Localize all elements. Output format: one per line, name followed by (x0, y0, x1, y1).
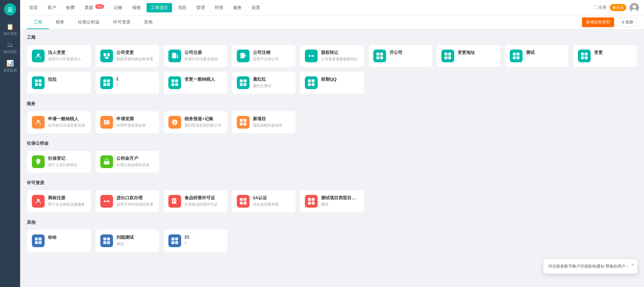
service-card-2-1[interactable]: 公积金开户 办理公积金相关业务 (95, 150, 160, 173)
svg-rect-62 (104, 161, 109, 164)
card-title-3-3: 3A认证 (253, 195, 291, 201)
tab-other[interactable]: 其他 (137, 16, 159, 29)
tab-license[interactable]: 许可资质 (106, 16, 137, 29)
svg-rect-58 (240, 119, 243, 122)
service-card-0-6[interactable]: 变更地址 (436, 45, 501, 67)
service-card-0-11[interactable]: 变更一般纳税人 (163, 71, 228, 94)
svg-rect-30 (581, 56, 584, 59)
card-desc-1-3: 报税加税控盘保管 (253, 123, 291, 128)
svg-rect-50 (308, 83, 311, 86)
svg-rect-9 (172, 53, 176, 59)
service-card-0-1[interactable]: 公司变更 股权变更外的业务变更 (95, 45, 160, 67)
card-icon-0-3 (237, 50, 250, 62)
nav-home[interactable]: 首页 (25, 3, 42, 12)
section-title-3: 许可资质 (27, 180, 637, 186)
nav-tax[interactable]: 报税 (128, 3, 145, 12)
svg-rect-49 (312, 79, 315, 82)
svg-rect-33 (39, 79, 42, 82)
card-icon-0-1 (100, 50, 113, 62)
card-desc-3-4: 测试 (321, 202, 359, 207)
svg-rect-82 (103, 237, 106, 240)
service-card-0-2[interactable]: 公司注册 申请公司注册全流程 (163, 45, 228, 67)
service-card-3-2[interactable]: 食品经营许可证 办理食品经营许可证 (163, 190, 228, 213)
svg-rect-23 (448, 56, 451, 59)
new-type-button[interactable]: 新增业务类型 (582, 17, 614, 27)
service-card-3-4[interactable]: 测试项目类型目定义 测试 (300, 190, 364, 213)
svg-rect-75 (312, 198, 315, 201)
sidebar-item-progress-monitor[interactable]: 📊 进度监测 (0, 57, 20, 75)
sidebar-item-project-type[interactable]: 🗂 项目类型 (0, 39, 20, 57)
service-card-0-12[interactable]: 葛红红 葛红红测试 (232, 71, 296, 94)
service-card-3-0[interactable]: 商标注册 用于企业商标注册服务 (27, 190, 91, 213)
card-desc-2-1: 办理公积金相关业务 (116, 162, 155, 167)
nav-bookkeeping[interactable]: 记账 (110, 3, 126, 12)
nav-fees[interactable]: 收费 (62, 3, 79, 12)
card-icon-3-1 (100, 195, 113, 208)
svg-rect-7 (107, 53, 109, 56)
card-info-1-2: 税务报道+记账 拿到营业执照的新公司 (184, 116, 223, 128)
service-card-0-8[interactable]: 变更 (573, 45, 637, 67)
svg-rect-34 (35, 83, 38, 86)
service-card-0-5[interactable]: 开公司 (368, 45, 433, 67)
card-info-0-5: 开公司 (389, 50, 428, 57)
card-info-0-12: 葛红红 葛红红测试 (253, 76, 291, 88)
card-icon-3-0 (32, 195, 45, 208)
nav-message[interactable]: 消息 (174, 3, 191, 12)
svg-rect-43 (175, 83, 178, 86)
nav-industry[interactable]: 工商项目 (147, 3, 172, 12)
user-avatar[interactable] (630, 3, 639, 12)
service-card-0-0[interactable]: 法人变更 适用于公司变更法人 (27, 45, 91, 67)
notification-close[interactable]: × (631, 262, 634, 267)
card-title-0-7: 测试 (526, 50, 564, 56)
tab-tax[interactable]: 税务 (49, 16, 71, 29)
service-card-4-2[interactable]: 21 1 (163, 229, 228, 252)
tab-industry[interactable]: 工商 (27, 16, 49, 29)
nav-bills[interactable]: 票据 new (80, 3, 108, 12)
service-card-3-1[interactable]: 进出口权办理 适用于对外贸易经营者 (95, 190, 160, 213)
nav-service[interactable]: 服务 (229, 3, 246, 12)
service-card-0-3[interactable]: 公司注销 适用于注销公司 (232, 45, 296, 67)
tab-social-fund[interactable]: 社保公积金 (71, 16, 106, 29)
svg-rect-8 (105, 57, 108, 59)
progress-monitor-icon: 📊 (6, 60, 14, 67)
svg-rect-44 (240, 79, 243, 82)
vip-button[interactable]: 畅会员 (610, 4, 626, 11)
nav-operation[interactable]: 经营 (211, 3, 227, 12)
card-title-1-1: 申请发票 (116, 116, 155, 122)
card-icon-0-12 (237, 76, 250, 89)
project-management-icon: 📋 (6, 23, 14, 30)
card-info-0-9: 拉拉 (48, 76, 86, 83)
fullscreen-btn[interactable]: ⛶ 全屏 (593, 5, 606, 10)
service-card-2-0[interactable]: 社保登记 进行人员社保登记 (27, 150, 91, 173)
service-card-1-2[interactable]: ¥ 税务报道+记账 拿到营业执照的新公司 (163, 111, 228, 134)
service-card-4-0[interactable]: 哈哈 (27, 229, 91, 252)
service-card-0-9[interactable]: 拉拉 (27, 71, 91, 94)
svg-rect-51 (312, 83, 315, 86)
service-card-0-4[interactable]: 股权转让 公司变更需要股权转让 (300, 45, 364, 67)
nav-settings[interactable]: 设置 (248, 3, 264, 12)
service-card-1-0[interactable]: 申请一般纳税人 当月或次月成变更完成 (27, 111, 91, 134)
service-card-3-3[interactable]: 3A认证 对企业信誉评级 (232, 190, 296, 213)
card-info-3-0: 商标注册 用于企业商标注册服务 (48, 195, 86, 207)
service-card-0-10[interactable]: 1 1 (95, 71, 160, 94)
service-card-1-3[interactable]: 新项目 报税加税控盘保管 (232, 111, 296, 134)
svg-rect-80 (35, 241, 38, 244)
svg-rect-17 (380, 53, 383, 56)
sidebar-item-project-management[interactable]: 📋 项目管理 (0, 20, 20, 39)
svg-rect-10 (177, 55, 178, 58)
card-title-4-2: 21 (184, 234, 223, 239)
svg-rect-73 (244, 202, 247, 205)
service-card-0-7[interactable]: 测试 (505, 45, 569, 67)
refresh-button[interactable]: ↺ 刷新 (618, 17, 637, 27)
service-card-4-1[interactable]: 刘聪测试 测试 (95, 229, 160, 252)
service-card-0-13[interactable]: 前期QQ (300, 71, 364, 94)
card-info-4-2: 21 1 (184, 234, 223, 244)
card-title-0-3: 公司注销 (253, 50, 291, 56)
nav-customer[interactable]: 客户 (44, 3, 60, 12)
svg-rect-41 (175, 79, 178, 82)
card-icon-3-3 (237, 195, 250, 208)
service-card-1-1[interactable]: 申请发票 办理申请发票业务 (95, 111, 160, 134)
nav-manage[interactable]: 管理 (192, 3, 209, 12)
notification-popup: × 河北税务数字账户升级影响通知 尊敬的用户： (543, 259, 637, 274)
card-desc-2-0: 进行人员社保登记 (48, 162, 86, 167)
